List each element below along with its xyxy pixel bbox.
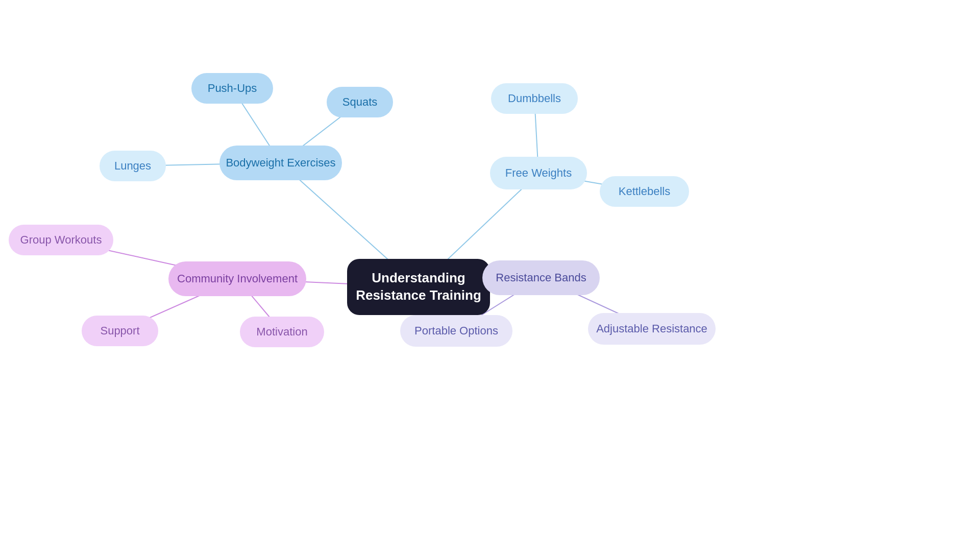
pushups-node: Push-Ups	[191, 73, 273, 104]
center-node: Understanding Resistance Training	[347, 259, 490, 315]
kettlebells-node: Kettlebells	[600, 176, 689, 207]
freeweights-node: Free Weights	[490, 157, 587, 189]
lunges-node: Lunges	[100, 151, 166, 181]
bodyweight-node: Bodyweight Exercises	[219, 146, 342, 180]
motivation-node: Motivation	[240, 317, 324, 347]
squats-node: Squats	[327, 87, 393, 117]
community-node: Community Involvement	[168, 261, 306, 296]
portable-node: Portable Options	[400, 315, 512, 347]
dumbbells-node: Dumbbells	[491, 83, 578, 114]
support-node: Support	[82, 316, 158, 346]
adjustable-node: Adjustable Resistance	[588, 313, 716, 345]
resistbands-node: Resistance Bands	[482, 260, 600, 295]
groupwork-node: Group Workouts	[9, 225, 113, 255]
